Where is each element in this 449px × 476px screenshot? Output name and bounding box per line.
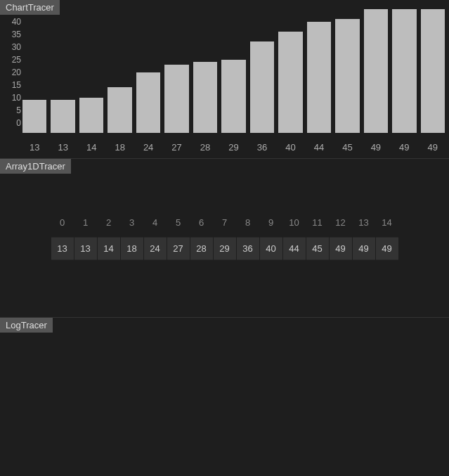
chart-bar [278, 32, 302, 133]
array-cell: 29 [214, 237, 236, 259]
chart-y-tick: 30 [12, 42, 21, 52]
chart-x-label: 24 [136, 142, 160, 153]
array-index: 5 [167, 217, 190, 227]
chart-bar [79, 98, 103, 133]
chart-y-axis: 4035302520151050 [1, 0, 21, 137]
chart-bar-rect [250, 41, 274, 133]
array-cell: 36 [237, 237, 259, 259]
chart-bar-rect [278, 32, 302, 133]
chart-bar [421, 9, 445, 133]
chart-bar [108, 87, 131, 133]
array-cell: 49 [353, 237, 375, 259]
chart-y-tick: 25 [12, 55, 21, 65]
log-tracer-panel: LogTracer [0, 318, 449, 476]
array-tracer-label: Array1DTracer [0, 159, 71, 174]
chart-x-label: 45 [335, 142, 359, 153]
chart-x-label: 49 [392, 142, 416, 153]
array-tracer-panel: Array1DTracer 01234567891011121314 13131… [0, 159, 449, 318]
array-index-row: 01234567891011121314 [51, 217, 398, 227]
chart-x-label: 40 [278, 142, 302, 153]
chart-bar-rect [392, 9, 416, 133]
array-cell: 14 [98, 237, 120, 259]
chart-y-tick: 20 [12, 67, 21, 77]
chart-bar-rect [421, 9, 445, 133]
array-cell-row: 131314182427282936404445494949 [51, 237, 398, 259]
array-cell: 24 [144, 237, 167, 259]
array-index: 9 [260, 217, 282, 227]
chart-x-label: 49 [364, 142, 388, 153]
chart-bar-rect [22, 100, 46, 133]
chart-tracer-panel: ChartTracer 4035302520151050 13131418242… [0, 0, 449, 159]
array-index: 10 [283, 217, 306, 227]
array-index: 11 [306, 217, 329, 227]
array-cell: 13 [51, 237, 74, 259]
array-cell: 13 [74, 237, 97, 259]
chart-bar-rect [164, 65, 188, 133]
array-index: 14 [376, 217, 398, 227]
chart-x-label: 28 [193, 142, 217, 153]
chart-y-tick: 5 [16, 105, 21, 115]
array-cell: 27 [167, 237, 190, 259]
array-cell: 18 [121, 237, 143, 259]
array-index: 12 [330, 217, 352, 227]
chart-bar [392, 9, 416, 133]
array-cell: 28 [190, 237, 213, 259]
chart-y-tick: 35 [12, 30, 21, 39]
chart-x-label: 29 [221, 142, 245, 153]
array-index: 3 [121, 217, 143, 227]
chart-y-tick: 10 [12, 93, 21, 103]
chart-bar-rect [108, 87, 131, 133]
array-index: 7 [214, 217, 236, 227]
chart-x-label: 18 [108, 142, 131, 153]
array-content: 01234567891011121314 1313141824272829364… [51, 217, 398, 259]
chart-x-label: 49 [421, 142, 445, 153]
chart-bar-rect [335, 19, 359, 133]
chart-x-label: 14 [79, 142, 103, 153]
array-index: 4 [144, 217, 167, 227]
array-index: 0 [51, 217, 74, 227]
chart-bar [193, 62, 217, 133]
chart-bar [164, 65, 188, 133]
array-cell: 40 [260, 237, 282, 259]
chart-bar [307, 22, 331, 133]
log-tracer-label: LogTracer [0, 318, 53, 333]
chart-bar-rect [79, 98, 103, 133]
chart-bar [136, 72, 160, 133]
chart-bar [335, 19, 359, 133]
chart-x-label: 44 [307, 142, 331, 153]
array-cell: 44 [283, 237, 306, 259]
chart-bar [250, 41, 274, 133]
array-index: 6 [190, 217, 213, 227]
chart-x-labels: 131314182427282936404445494949 [22, 142, 445, 153]
chart-bar [221, 60, 245, 133]
chart-y-tick: 40 [12, 17, 21, 27]
chart-x-label: 13 [51, 142, 74, 153]
array-index: 2 [98, 217, 120, 227]
array-cell: 49 [376, 237, 398, 259]
chart-bar-rect [51, 100, 74, 133]
chart-bar-rect [364, 9, 388, 133]
chart-bar [364, 9, 388, 133]
chart-bar [51, 100, 74, 133]
array-index: 1 [74, 217, 97, 227]
array-index: 8 [237, 217, 259, 227]
array-index: 13 [353, 217, 375, 227]
chart-bar-rect [193, 62, 217, 133]
chart-bar [22, 100, 46, 133]
chart-y-tick: 15 [12, 80, 21, 90]
chart-area: 4035302520151050 13131418242728293640444… [13, 0, 449, 137]
chart-tracer-label: ChartTracer [0, 0, 60, 15]
chart-x-label: 13 [22, 142, 46, 153]
chart-x-label: 36 [250, 142, 274, 153]
chart-x-label: 27 [164, 142, 188, 153]
chart-bars [22, 6, 445, 133]
array-cell: 45 [306, 237, 329, 259]
chart-bar-rect [221, 60, 245, 133]
chart-y-tick: 0 [16, 118, 21, 128]
chart-bar-rect [136, 72, 160, 133]
array-cell: 49 [330, 237, 352, 259]
chart-bar-rect [307, 22, 331, 133]
